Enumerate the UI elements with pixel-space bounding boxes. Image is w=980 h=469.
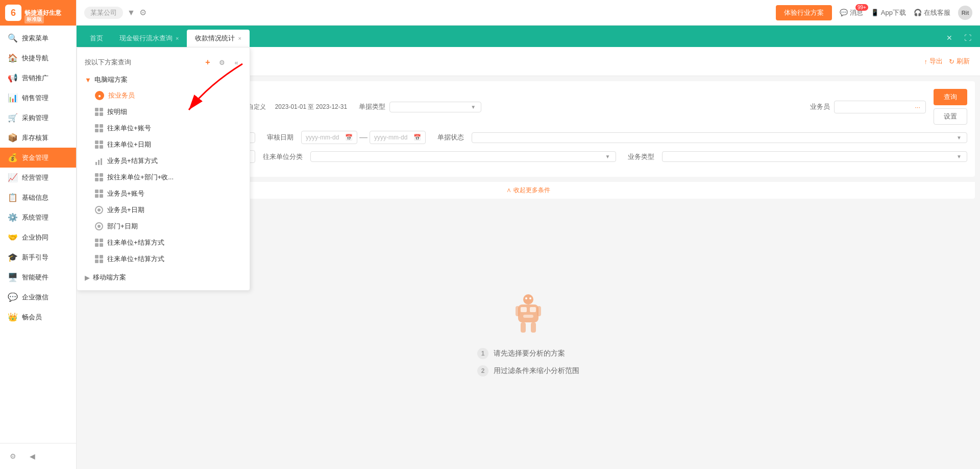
svg-rect-22 [100, 145, 103, 149]
svg-rect-26 [95, 173, 99, 177]
tab-collection[interactable]: 收款情况统计 × [187, 30, 249, 47]
scheme-salesperson-account-label: 业务员+账号 [107, 189, 144, 198]
svg-point-9 [525, 297, 527, 299]
scheme-dept-date[interactable]: 部门+日期 [77, 218, 250, 235]
sidebar-item-member[interactable]: 👑 畅会员 [0, 307, 76, 327]
nav-icon-wechat: 💬 [8, 292, 18, 302]
online-service-label: 在线客服 [924, 8, 950, 17]
review-date-to[interactable]: yyyy-mm-dd 📅 [370, 131, 426, 144]
partner-category-select[interactable]: ▼ [310, 151, 616, 162]
sidebar-item-enterprise[interactable]: 🤝 企业协同 [0, 227, 76, 247]
sidebar-item-hardware[interactable]: 🖥️ 智能硬件 [0, 267, 76, 287]
sidebar-item-base-info[interactable]: 📋 基础信息 [0, 187, 76, 207]
mobile-group-title[interactable]: ▶ 移动端方案 [77, 270, 250, 285]
mobile-group-label: 移动端方案 [93, 273, 126, 282]
partner-category-label: 往来单位分类 [263, 152, 303, 161]
review-date-from[interactable]: yyyy-mm-dd 📅 [301, 131, 357, 144]
nav-icon-search: 🔍 [8, 33, 18, 43]
scheme-salesperson-settlement[interactable]: 业务员+结算方式 [77, 153, 250, 169]
tab-collection-close[interactable]: × [238, 35, 241, 41]
scheme-partner-settlement-2[interactable]: 往来单位+结算方式 [77, 251, 250, 267]
svg-rect-41 [100, 243, 103, 247]
pc-group-arrow-icon: ▼ [85, 76, 91, 84]
app-download-btn[interactable]: 📱 App下载 [871, 8, 906, 17]
svg-rect-42 [95, 255, 99, 259]
doc-type-select[interactable]: ▼ [389, 102, 481, 112]
svg-rect-16 [100, 124, 103, 128]
settings-icon[interactable]: ⚙ [139, 8, 146, 17]
sidebar-item-operations[interactable]: 📈 经营管理 [0, 168, 76, 187]
dropdown-arrow-icon[interactable]: ▼ [127, 8, 135, 17]
scheme-partner-date[interactable]: 往来单位+日期 [77, 136, 250, 153]
edition-tag: 标准版 [24, 15, 44, 24]
collapse-scheme-btn[interactable]: « [231, 57, 242, 68]
nav-icon-base-info: 📋 [8, 193, 18, 202]
salesperson-dots: ··· [915, 103, 920, 111]
tab-bank-flow[interactable]: 现金银行流水查询 × [111, 30, 187, 47]
scheme-icon-salesperson-date [95, 206, 103, 214]
sidebar: 6 畅捷通好生意 标准版 🔍 搜索菜单 🏠 快捷导航 📢 营销推广 📊 销售管理… [0, 0, 77, 469]
online-service-btn[interactable]: 🎧 在线客服 [914, 8, 950, 17]
doc-status-select[interactable]: ▼ [472, 132, 967, 143]
calendar-icon-from: 📅 [345, 134, 353, 141]
sidebar-item-system[interactable]: ⚙️ 系统管理 [0, 207, 76, 227]
scheme-icon-partner-date [95, 140, 103, 149]
scheme-salesperson-date[interactable]: 业务员+日期 [77, 202, 250, 218]
sidebar-item-guide[interactable]: 🎓 新手引导 [0, 247, 76, 267]
header-left: 某某公司 ▼ ⚙ [84, 7, 771, 19]
nav-icon-enterprise: 🤝 [8, 232, 18, 242]
settings-bottom-btn[interactable]: ⚙ [5, 449, 20, 464]
app-download-label: App下载 [881, 8, 906, 17]
sidebar-item-quick-nav[interactable]: 🏠 快捷导航 [0, 48, 76, 68]
scheme-salesperson-account[interactable]: 业务员+账号 [77, 185, 250, 202]
scheme-icon-salesperson-settlement [95, 157, 103, 165]
collapse-sidebar-btn[interactable]: ◀ [24, 449, 40, 464]
review-date-label: 审核日期 [263, 133, 293, 142]
setting-btn[interactable]: 设置 [934, 108, 967, 125]
scheme-by-salesperson[interactable]: ● 按业务员 [77, 87, 250, 104]
query-btn[interactable]: 查询 [934, 89, 967, 105]
tab-home[interactable]: 首页 [82, 30, 111, 47]
svg-rect-19 [95, 140, 99, 144]
collapse-label: ∧ 收起更多条件 [506, 186, 550, 194]
salesperson-select[interactable]: ··· [834, 101, 926, 113]
svg-rect-23 [95, 162, 97, 165]
export-btn[interactable]: ↑ 导出 [924, 57, 943, 66]
svg-rect-17 [95, 129, 99, 132]
add-scheme-btn[interactable]: + [202, 57, 213, 68]
review-date-to-placeholder: yyyy-mm-dd [374, 134, 407, 141]
sidebar-item-sales[interactable]: 📊 销售管理 [0, 88, 76, 108]
sidebar-item-purchase[interactable]: 🛒 采购管理 [0, 108, 76, 128]
nav-label-enterprise: 企业协同 [22, 233, 48, 242]
step-num-2: 2 [477, 365, 488, 377]
sidebar-item-finance[interactable]: 💰 资金管理 [0, 148, 76, 168]
refresh-btn[interactable]: ↻ 刷新 [949, 57, 970, 66]
user-avatar[interactable]: Rit [958, 6, 972, 20]
scheme-settings-btn[interactable]: ⚙ [216, 57, 228, 68]
biz-type-select[interactable]: ▼ [662, 151, 968, 162]
trial-btn[interactable]: 体验行业方案 [776, 5, 832, 20]
scheme-partner-settlement-1[interactable]: 往来单位+结算方式 [77, 235, 250, 251]
download-icon: 📱 [871, 9, 879, 16]
nav-label-marketing: 营销推广 [22, 74, 48, 83]
sidebar-item-search[interactable]: 🔍 搜索菜单 [0, 28, 76, 48]
sidebar-item-inventory[interactable]: 📦 库存核算 [0, 128, 76, 148]
scheme-by-detail[interactable]: 按明细 [77, 104, 250, 120]
scheme-partner-account[interactable]: 往来单位+账号 [77, 120, 250, 136]
pc-group-title[interactable]: ▼ 电脑端方案 [77, 72, 250, 87]
sidebar-bottom: ⚙ ◀ [0, 443, 76, 469]
step-1-label: 请先选择要分析的方案 [494, 349, 565, 358]
nav-icon-guide: 🎓 [8, 252, 18, 262]
close-window-btn[interactable]: ✕ [942, 31, 957, 45]
tab-bank-flow-close[interactable]: × [176, 35, 179, 41]
scheme-panel: 按以下方案查询 + ⚙ « ▼ 电脑端方案 ● 按业务员 [77, 47, 250, 291]
messages-btn[interactable]: 💬 消息 99+ [840, 8, 863, 17]
date-range-text: 2023-01-01 至 2023-12-31 [275, 103, 347, 111]
scheme-partner-dept[interactable]: 按往来单位+部门+收... [77, 169, 250, 185]
expand-window-btn[interactable]: ⛶ [961, 31, 975, 45]
sidebar-item-wechat[interactable]: 💬 企业微信 [0, 287, 76, 307]
svg-rect-1 [521, 307, 527, 312]
sidebar-item-marketing[interactable]: 📢 营销推广 [0, 68, 76, 88]
empty-illustration [508, 292, 549, 338]
nav-icon-finance: 💰 [8, 153, 18, 162]
